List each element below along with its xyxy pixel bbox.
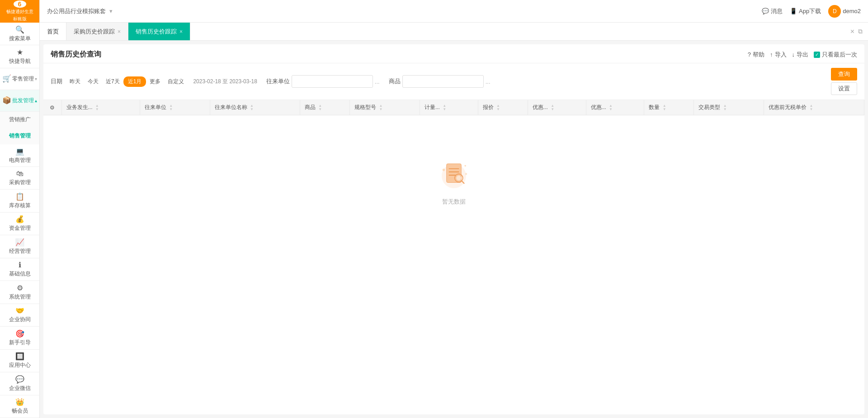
col-partner-name[interactable]: 往来单位名称 ▲▼ — [210, 100, 300, 115]
sort-arrows-discount1: ▲▼ — [551, 104, 554, 111]
sidebar-item-marketing[interactable]: 营销推广 — [0, 112, 39, 128]
sidebar-item-retail-label: 零售管理 — [12, 75, 34, 83]
sidebar-item-wxwork-label: 企业微信 — [9, 385, 31, 392]
col-partner-code[interactable]: 往来单位 ▲▼ — [140, 100, 210, 115]
tab-sales-history[interactable]: 销售历史价跟踪 × — [128, 23, 190, 40]
import-button[interactable]: ↑ 导入 — [770, 51, 787, 59]
guide-icon: 🎯 — [15, 329, 24, 338]
management-icon: 📈 — [15, 238, 24, 247]
empty-illustration — [434, 152, 474, 192]
sidebar-item-sales[interactable]: 销售管理 — [0, 128, 39, 144]
sort-arrows-trade-type: ▲▼ — [723, 104, 727, 111]
window-close-button[interactable]: × — [850, 28, 854, 36]
col-goods[interactable]: 商品 ▲▼ — [300, 100, 350, 115]
export-label: 导出 — [797, 51, 808, 59]
only-last-checkbox-wrapper[interactable]: ✓ 只看最后一次 — [814, 51, 857, 59]
page-header: 销售历史价查询 ? 帮助 ↑ 导入 ↓ 导出 ✓ — [43, 44, 864, 63]
col-biz-date[interactable]: 业务发生... ▲▼ — [61, 100, 140, 115]
tab-sales-close-icon[interactable]: × — [179, 28, 183, 35]
retail-icon: 🛒 — [2, 74, 11, 83]
user-profile-button[interactable]: D demo2 — [828, 5, 861, 18]
query-button[interactable]: 查询 — [831, 68, 857, 81]
sidebar-item-finance[interactable]: 💰 资金管理 — [0, 213, 39, 235]
date-1month-btn[interactable]: 近1月 — [123, 76, 146, 87]
sidebar-item-retail[interactable]: 🛒 零售管理 ▾ — [0, 68, 39, 90]
sidebar-item-baseinfo[interactable]: ℹ 基础信息 — [0, 258, 39, 281]
wholesale-icon: 📦 — [2, 96, 11, 104]
message-label: 消息 — [771, 7, 783, 15]
sidebar-item-appcenter-label: 应用中心 — [9, 361, 31, 369]
date-more-btn[interactable]: 更多 — [146, 76, 164, 87]
col-pre-tax-price[interactable]: 优惠前无税单价 ▲▼ — [764, 100, 864, 115]
help-button[interactable]: ? 帮助 — [748, 51, 764, 59]
sidebar-item-ecommerce[interactable]: 💻 电商管理 — [0, 144, 39, 167]
col-trade-type[interactable]: 交易类型 ▲▼ — [694, 100, 764, 115]
sidebar-item-baseinfo-label: 基础信息 — [9, 270, 31, 278]
partner-dots[interactable]: ... — [375, 78, 380, 85]
sidebar-item-member[interactable]: 👑 畅会员 — [0, 395, 39, 418]
col-quantity[interactable]: 数量 ▲▼ — [644, 100, 694, 115]
only-last-checkbox[interactable]: ✓ — [814, 52, 820, 58]
sidebar-item-purchase-label: 采购管理 — [9, 179, 31, 186]
page-header-actions: ? 帮助 ↑ 导入 ↓ 导出 ✓ 只看最后一次 — [748, 51, 857, 59]
app-download-button[interactable]: 📱 App下载 — [790, 7, 821, 15]
col-unit[interactable]: 计量... ▲▼ — [420, 100, 478, 115]
tab-bar-right: × ⧉ — [845, 23, 868, 40]
col-spec[interactable]: 规格型号 ▲▼ — [350, 100, 420, 115]
only-last-label: 只看最后一次 — [822, 51, 857, 59]
sidebar-item-quicknav[interactable]: ★ 快捷导航 — [0, 45, 39, 68]
sidebar-item-management[interactable]: 📈 经营管理 — [0, 235, 39, 258]
col-settings[interactable]: ⚙ — [43, 100, 61, 115]
window-restore-button[interactable]: ⧉ — [858, 28, 863, 35]
workspace-dropdown-icon[interactable]: ▾ — [109, 8, 113, 14]
tab-bar: 首页 采购历史价跟踪 × 销售历史价跟踪 × × ⧉ — [40, 23, 868, 41]
col-discount2[interactable]: 优惠... ▲▼ — [586, 100, 644, 115]
sidebar-item-wxwork[interactable]: 💬 企业微信 — [0, 372, 39, 395]
date-yesterday-btn[interactable]: 昨天 — [66, 76, 84, 87]
top-bar: 办公用品行业模拟账套 ▾ 💬 消息 📱 App下载 D demo2 — [40, 0, 868, 23]
goods-dots[interactable]: ... — [486, 78, 491, 85]
search-icon: 🔍 — [15, 25, 24, 34]
date-7days-btn[interactable]: 近7天 — [102, 76, 123, 87]
app-logo: 6 畅捷通好生意 标账版 — [0, 0, 39, 23]
tab-purchase-history[interactable]: 采购历史价跟踪 × — [66, 23, 128, 40]
sidebar-item-system[interactable]: ⚙ 系统管理 — [0, 281, 39, 304]
sidebar-item-inventory[interactable]: 📋 库存核算 — [0, 190, 39, 212]
message-icon: 💬 — [762, 8, 769, 14]
tab-sales-history-label: 销售历史价跟踪 — [136, 28, 177, 36]
sidebar-item-enterprise[interactable]: 🤝 企业协同 — [0, 304, 39, 327]
tab-home[interactable]: 首页 — [40, 23, 66, 40]
empty-state: 暂无数据 — [43, 115, 864, 242]
sidebar-item-purchase[interactable]: 🛍 采购管理 — [0, 167, 39, 190]
sidebar-item-search[interactable]: 🔍 搜索菜单 — [0, 23, 39, 45]
partner-input[interactable] — [292, 75, 373, 88]
export-button[interactable]: ↓ 导出 — [792, 51, 809, 59]
goods-input[interactable] — [402, 75, 484, 88]
partner-filter: 往来单位 ... — [266, 75, 380, 88]
date-today-btn[interactable]: 今天 — [84, 76, 102, 87]
sort-arrows-spec: ▲▼ — [379, 104, 383, 111]
sidebar-item-member-label: 畅会员 — [12, 407, 28, 415]
svg-point-11 — [465, 173, 467, 175]
col-price[interactable]: 报价 ▲▼ — [478, 100, 528, 115]
col-discount1[interactable]: 优惠... ▲▼ — [528, 100, 586, 115]
sidebar-item-quicknav-label: 快捷导航 — [9, 57, 31, 65]
sidebar-item-inventory-label: 库存核算 — [9, 202, 31, 209]
logo-text: 畅捷通好生意 — [6, 9, 33, 15]
sidebar-item-appcenter[interactable]: 🔲 应用中心 — [0, 350, 39, 372]
logo-icon: 6 — [14, 0, 26, 8]
tab-purchase-close-icon[interactable]: × — [118, 28, 121, 35]
sort-arrows-biz-date: ▲▼ — [95, 104, 99, 111]
message-button[interactable]: 💬 消息 — [762, 7, 783, 15]
date-custom-btn[interactable]: 自定义 — [164, 76, 188, 87]
top-bar-right: 💬 消息 📱 App下载 D demo2 — [762, 5, 861, 18]
app-download-label: App下载 — [799, 7, 821, 15]
sort-arrows-partner-name: ▲▼ — [250, 104, 254, 111]
date-filter-row: 日期 昨天 今天 近7天 近1月 更多 自定义 2023-02-18 至 202… — [51, 76, 257, 87]
member-icon: 👑 — [15, 398, 24, 406]
setting-button[interactable]: 设置 — [831, 82, 857, 95]
sidebar-item-wholesale[interactable]: 📦 批发管理 ▴ — [0, 90, 39, 112]
appcenter-icon: 🔲 — [15, 352, 24, 361]
sidebar-item-enterprise-label: 企业协同 — [9, 316, 31, 323]
sidebar-item-guide[interactable]: 🎯 新手引导 — [0, 327, 39, 349]
